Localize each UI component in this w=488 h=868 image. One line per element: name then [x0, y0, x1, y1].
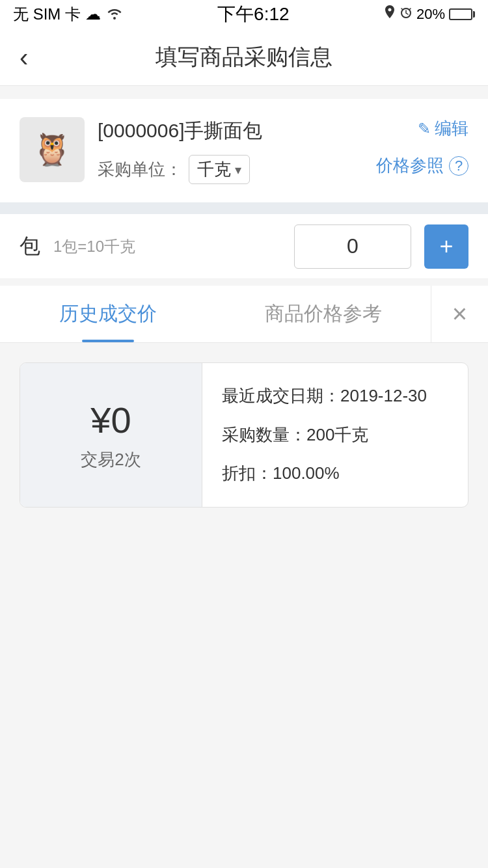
tab-price-reference[interactable]: 商品价格参考 [215, 286, 431, 342]
edit-button[interactable]: ✎ 编辑 [418, 117, 468, 140]
product-details: [0000006]手撕面包 采购单位： 千克 ▾ [98, 117, 262, 184]
battery-percent: 20% [416, 6, 445, 23]
history-card-left: ¥0 交易2次 [20, 363, 202, 507]
discount-row: 折扣：100.00% [222, 460, 448, 487]
close-icon: × [452, 299, 467, 329]
plus-icon: + [439, 233, 453, 260]
tab-price-ref-label: 商品价格参考 [265, 301, 382, 327]
product-card: 🦉 [0000006]手撕面包 采购单位： 千克 ▾ ✎ 编辑 价格参照 [0, 99, 488, 202]
tab-history-label: 历史成交价 [59, 301, 157, 327]
unit-label: 采购单位： [98, 158, 182, 181]
status-bar: 无 SIM 卡 ☁ 下午6:12 20% [0, 0, 488, 29]
quantity-plus-button[interactable]: + [424, 224, 468, 269]
product-actions: ✎ 编辑 价格参照 ? [376, 117, 468, 177]
history-content: ¥0 交易2次 最近成交日期：2019-12-30 采购数量：200千克 折扣：… [0, 343, 488, 603]
latest-date-label: 最近成交日期： [222, 386, 340, 405]
nav-bar: ‹ 填写商品采购信息 [0, 29, 488, 86]
edit-label: 编辑 [435, 117, 468, 140]
tab-bar: 历史成交价 商品价格参考 × [0, 286, 488, 343]
product-name: [0000006]手撕面包 [98, 117, 262, 144]
quantity-input[interactable]: 0 [294, 224, 411, 269]
quantity-unit-hint: 1包=10千克 [53, 236, 281, 257]
unit-select[interactable]: 千克 ▾ [189, 155, 250, 184]
product-thumbnail-icon: 🦉 [33, 131, 72, 168]
alarm-icon [400, 6, 413, 23]
page-title: 填写商品采购信息 [156, 42, 332, 72]
tab-active-indicator [82, 340, 134, 342]
signal-text: 无 SIM 卡 ☁ [13, 4, 101, 25]
wifi-icon [106, 5, 123, 23]
history-card: ¥0 交易2次 最近成交日期：2019-12-30 采购数量：200千克 折扣：… [20, 362, 468, 508]
status-right: 20% [384, 5, 475, 23]
history-price-display: ¥0 [90, 398, 131, 442]
location-icon [384, 5, 396, 23]
product-header: 🦉 [0000006]手撕面包 采购单位： 千克 ▾ ✎ 编辑 价格参照 [20, 117, 468, 184]
discount-value: 100.00% [273, 463, 340, 483]
purchase-qty-label: 采购数量： [222, 425, 306, 444]
info-icon: ? [449, 156, 468, 176]
edit-icon: ✎ [418, 120, 431, 138]
product-left: 🦉 [0000006]手撕面包 采购单位： 千克 ▾ [20, 117, 262, 184]
tab-close-button[interactable]: × [431, 286, 488, 342]
product-unit-row: 采购单位： 千克 ▾ [98, 155, 262, 184]
unit-select-value: 千克 [197, 158, 231, 181]
quantity-unit-label: 包 [20, 232, 40, 261]
latest-date-value: 2019-12-30 [340, 386, 427, 405]
price-ref-label: 价格参照 [376, 154, 444, 177]
section-divider [0, 202, 488, 214]
product-image: 🦉 [20, 117, 85, 182]
back-button[interactable]: ‹ [20, 44, 28, 70]
latest-date-row: 最近成交日期：2019-12-30 [222, 383, 448, 410]
battery-icon [449, 8, 475, 20]
history-price-value: 0 [111, 400, 131, 441]
currency-symbol: ¥ [90, 400, 111, 441]
tab-history-price[interactable]: 历史成交价 [0, 286, 215, 342]
quantity-row: 包 1包=10千克 0 + [0, 214, 488, 279]
chevron-down-icon: ▾ [235, 162, 241, 178]
status-left: 无 SIM 卡 ☁ [13, 4, 123, 25]
purchase-qty-value: 200千克 [306, 425, 368, 444]
quantity-value: 0 [347, 234, 359, 258]
price-ref-button[interactable]: 价格参照 ? [376, 154, 468, 177]
discount-label: 折扣： [222, 463, 273, 483]
status-time: 下午6:12 [217, 2, 290, 27]
history-trade-count: 交易2次 [81, 448, 141, 471]
history-card-right: 最近成交日期：2019-12-30 采购数量：200千克 折扣：100.00% [202, 363, 468, 507]
purchase-qty-row: 采购数量：200千克 [222, 422, 448, 449]
